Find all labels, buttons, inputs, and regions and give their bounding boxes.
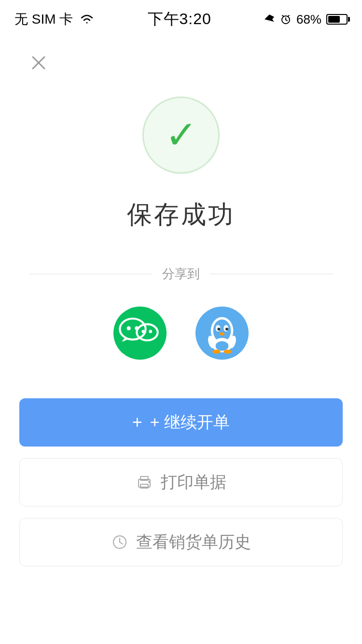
svg-point-7	[120, 319, 145, 339]
battery-percentage: 68%	[296, 12, 321, 27]
print-button[interactable]: 打印单据	[19, 458, 343, 506]
status-right: 68%	[264, 12, 348, 27]
continue-button[interactable]: + + 继续开单	[19, 398, 343, 447]
svg-line-4	[288, 15, 289, 16]
svg-point-21	[216, 341, 229, 351]
print-icon	[136, 474, 153, 491]
action-buttons: + + 继续开单 打印单据 查看销货单历史	[0, 398, 362, 566]
history-label: 查看销货单历史	[136, 531, 251, 553]
svg-point-18	[225, 328, 228, 331]
print-label: 打印单据	[161, 471, 226, 493]
divider-line-left	[29, 274, 153, 274]
svg-point-19	[220, 332, 224, 336]
battery-icon	[326, 14, 348, 25]
svg-point-22	[212, 350, 221, 353]
history-button[interactable]: 查看销货单历史	[19, 518, 343, 566]
svg-point-10	[135, 326, 139, 330]
wechat-icon	[113, 307, 167, 360]
svg-line-32	[120, 542, 123, 544]
svg-point-12	[149, 330, 152, 333]
share-icons	[113, 307, 249, 360]
share-divider: 分享到	[0, 266, 362, 282]
continue-plus-icon: +	[132, 412, 142, 433]
history-icon	[111, 533, 128, 551]
close-button[interactable]	[24, 48, 53, 77]
no-sim-text: 无 SIM 卡	[14, 10, 73, 28]
status-time: 下午3:20	[148, 9, 211, 30]
location-icon	[264, 14, 275, 25]
svg-point-8	[137, 324, 157, 340]
svg-line-2	[286, 20, 287, 21]
wechat-share-button[interactable]	[113, 307, 167, 360]
alarm-icon	[280, 14, 292, 25]
status-left: 无 SIM 卡	[14, 10, 95, 28]
qq-icon	[195, 307, 249, 360]
checkmark-icon: ✓	[165, 116, 197, 154]
divider-line-right	[209, 274, 333, 274]
svg-line-3	[282, 15, 284, 16]
main-content: ✓ 保存成功 分享到	[0, 39, 362, 566]
continue-label: + 继续开单	[150, 411, 230, 434]
success-icon-circle: ✓	[142, 97, 220, 174]
svg-point-17	[217, 328, 220, 331]
status-bar: 无 SIM 卡 下午3:20 68%	[0, 0, 362, 39]
svg-point-29	[148, 481, 150, 483]
qq-share-button[interactable]	[195, 307, 249, 360]
svg-point-9	[127, 326, 131, 330]
share-label: 分享到	[153, 266, 209, 282]
success-title: 保存成功	[127, 198, 235, 232]
wifi-icon	[79, 13, 95, 26]
svg-point-11	[141, 330, 145, 333]
svg-point-23	[223, 350, 232, 353]
